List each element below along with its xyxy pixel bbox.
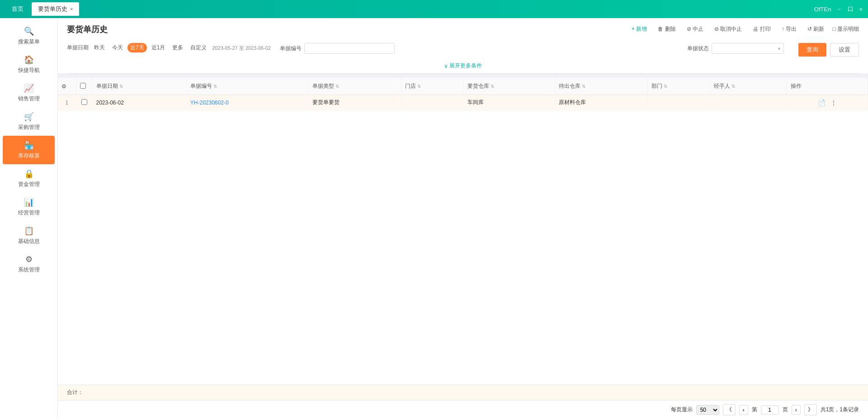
next-page-btn[interactable]: › xyxy=(792,405,801,415)
query-button[interactable]: 查询 xyxy=(798,43,826,57)
date-option-7days[interactable]: 近7天 xyxy=(127,43,147,52)
sidebar-item-inventory[interactable]: 🏪 库存核算 xyxy=(3,136,55,164)
select-all-checkbox[interactable] xyxy=(80,83,86,89)
col-checkbox[interactable] xyxy=(76,78,92,95)
row-waitwarehouse: 原材料仓库 xyxy=(555,95,648,110)
sidebar-item-sales[interactable]: 📈 销售管理 xyxy=(0,79,57,107)
sidebar-item-finance[interactable]: 🔒 资金管理 xyxy=(0,164,57,193)
expand-more-btn[interactable]: ∨ 展开更多条件 xyxy=(67,60,859,73)
status-filter-label: 单据状态 xyxy=(687,45,709,52)
date-option-1month[interactable]: 近1月 xyxy=(149,43,168,52)
sort-handler-icon[interactable]: ⇅ xyxy=(731,84,735,89)
sort-store-icon[interactable]: ⇅ xyxy=(417,84,421,89)
delete-button[interactable]: 🗑 删除 xyxy=(655,24,678,35)
status-select[interactable] xyxy=(712,43,784,54)
row-checkbox[interactable] xyxy=(76,95,92,110)
tab-home[interactable]: 首页 xyxy=(5,2,30,16)
sidebar-item-sales-label: 销售管理 xyxy=(18,95,40,103)
restore-btn[interactable]: 口 xyxy=(848,5,854,13)
refresh-button[interactable]: ↺ 刷新 xyxy=(805,24,827,35)
show-detail-button[interactable]: □ 显示明细 xyxy=(832,25,859,33)
sort-billtype-icon[interactable]: ⇅ xyxy=(335,84,339,89)
page-title: 要货单历史 xyxy=(67,24,108,35)
table-row: 1 2023-06-02 YH-20230602-0 要货单要货 车间库 原材料… xyxy=(58,95,868,110)
page-input[interactable] xyxy=(761,405,779,414)
date-option-custom[interactable]: 自定义 xyxy=(188,43,209,52)
tab-close-icon[interactable]: × xyxy=(70,6,73,12)
sidebar-item-search-label: 搜索菜单 xyxy=(18,38,40,46)
sidebar-item-operation-label: 经营管理 xyxy=(18,209,40,217)
date-filter-group: 单据日期 昨天 今天 近7天 近1月 更多 自定义 2023-05-27 至 2… xyxy=(67,43,271,52)
expand-more-chevron: ∨ xyxy=(444,63,448,69)
sort-reqwarehouse-icon[interactable]: ⇅ xyxy=(491,84,494,89)
last-page-btn[interactable]: 》 xyxy=(804,404,817,415)
system-icon: ⚙ xyxy=(25,254,33,264)
row-reqwarehouse: 车间库 xyxy=(464,95,555,110)
first-page-btn[interactable]: 《 xyxy=(723,404,736,415)
sidebar-item-system[interactable]: ⚙ 系统管理 xyxy=(0,250,57,278)
col-handler: 经手人⇅ xyxy=(710,78,787,95)
status-filter-group: 单据状态 xyxy=(687,43,784,54)
operation-icon: 📊 xyxy=(24,197,34,207)
search-menu-icon: 🔍 xyxy=(24,26,34,36)
inventory-icon: 🏪 xyxy=(24,140,34,150)
cancel-stop-button[interactable]: ⊘ 取消中止 xyxy=(712,24,745,35)
row-actions: 📄 ⋮ xyxy=(787,95,868,110)
sidebar-item-purchase-label: 采购管理 xyxy=(18,124,40,131)
billno-input[interactable] xyxy=(304,43,395,54)
per-page-select[interactable]: 20 50 100 xyxy=(696,405,719,415)
total-records-label: 共1页，1条记录 xyxy=(821,406,859,414)
col-actions: 操作 xyxy=(787,78,868,95)
new-button[interactable]: + 新增 xyxy=(629,24,650,35)
date-options: 昨天 今天 近7天 近1月 更多 自定义 xyxy=(91,43,209,52)
col-settings[interactable]: ⚙ xyxy=(58,78,76,95)
col-billno: 单据编号⇅ xyxy=(186,78,308,95)
footer-total-label: 合计： xyxy=(67,389,83,395)
sort-billno-icon[interactable]: ⇅ xyxy=(213,84,217,89)
row-more-icon[interactable]: ⋮ xyxy=(829,98,839,107)
sort-dept-icon[interactable]: ⇅ xyxy=(664,84,667,89)
tab-active-label: 要货单历史 xyxy=(38,5,67,13)
date-option-today[interactable]: 今天 xyxy=(109,43,126,52)
minimize-btn[interactable]: － xyxy=(836,5,842,13)
sidebar: 🔍 搜索菜单 🏠 快捷导航 📈 销售管理 🛒 采购管理 🏪 库存核算 🔒 资金管… xyxy=(0,18,58,419)
date-option-yesterday[interactable]: 昨天 xyxy=(91,43,108,52)
row-billno-link[interactable]: YH-20230602-0 xyxy=(190,100,229,106)
page-input-label: 第 xyxy=(752,406,757,414)
row-billno: YH-20230602-0 xyxy=(186,95,308,110)
window-close-btn[interactable]: × xyxy=(859,6,863,13)
row-edit-icon[interactable]: 📄 xyxy=(816,98,827,107)
main-layout: 🔍 搜索菜单 🏠 快捷导航 📈 销售管理 🛒 采购管理 🏪 库存核算 🔒 资金管… xyxy=(0,18,868,419)
sidebar-item-finance-label: 资金管理 xyxy=(18,181,40,188)
col-store: 门店⇅ xyxy=(401,78,463,95)
table-container: ⚙ 单据日期⇅ 单据编号⇅ 单据类型⇅ 门店⇅ 要货仓库⇅ 待出仓库⇅ 部门⇅ … xyxy=(58,78,868,385)
sidebar-item-purchase[interactable]: 🛒 采购管理 xyxy=(0,107,57,136)
sidebar-item-basic[interactable]: 📋 基础信息 xyxy=(0,221,57,250)
tab-active[interactable]: 要货单历史 × xyxy=(32,2,79,16)
table-footer: 合计： xyxy=(58,385,868,400)
sort-date-icon[interactable]: ⇅ xyxy=(119,84,123,89)
sidebar-item-basic-label: 基础信息 xyxy=(18,238,40,245)
sidebar-item-quicknav[interactable]: 🏠 快捷导航 xyxy=(0,50,57,79)
settings-button[interactable]: 设置 xyxy=(830,43,859,57)
export-button[interactable]: ↑ 导出 xyxy=(779,24,799,35)
row-num: 1 xyxy=(58,95,76,110)
sidebar-item-search[interactable]: 🔍 搜索菜单 xyxy=(0,22,57,50)
col-waitwarehouse: 待出仓库⇅ xyxy=(555,78,648,95)
col-dept: 部门⇅ xyxy=(647,78,710,95)
page-header: 要货单历史 + 新增 🗑 删除 ⊘ 中止 ⊘ 取消中止 🖨 打印 ↑ 导出 ↺ … xyxy=(58,18,868,74)
row-select-checkbox[interactable] xyxy=(81,99,87,105)
sidebar-item-operation[interactable]: 📊 经营管理 xyxy=(0,193,57,221)
per-page-label: 每页显示 xyxy=(671,406,693,414)
print-button[interactable]: 🖨 打印 xyxy=(750,24,773,35)
page-title-row: 要货单历史 + 新增 🗑 删除 ⊘ 中止 ⊘ 取消中止 🖨 打印 ↑ 导出 ↺ … xyxy=(67,24,859,35)
sort-waitwarehouse-icon[interactable]: ⇅ xyxy=(582,84,585,89)
date-option-more[interactable]: 更多 xyxy=(170,43,186,52)
row-dept xyxy=(647,95,710,110)
home-icon: 🏠 xyxy=(24,55,34,65)
billno-filter-label: 单据编号 xyxy=(280,45,302,52)
row-date: 2023-06-02 xyxy=(92,95,186,110)
prev-page-btn[interactable]: ‹ xyxy=(739,405,748,415)
stop-button[interactable]: ⊘ 中止 xyxy=(684,24,706,35)
sidebar-item-quicknav-label: 快捷导航 xyxy=(18,67,40,74)
